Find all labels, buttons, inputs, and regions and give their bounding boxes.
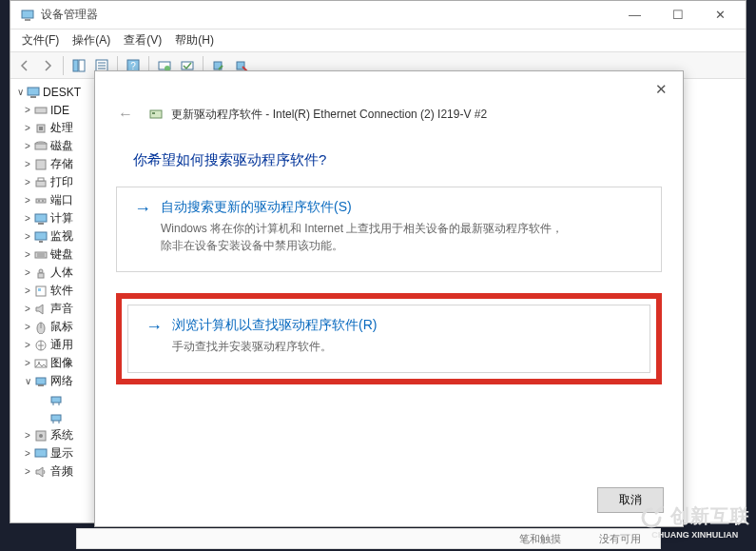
nav-back-button[interactable] bbox=[14, 55, 35, 76]
device-tree[interactable]: DESKT IDE处理磁盘存储打印端口计算监视键盘人体软件声音鼠标通用图像网络系… bbox=[10, 79, 106, 522]
tree-item-label: 磁盘 bbox=[50, 138, 73, 154]
tree-item-label: 监视 bbox=[50, 228, 73, 245]
svg-rect-1 bbox=[25, 19, 30, 21]
tree-item-label: 计算 bbox=[50, 210, 73, 226]
tree-item[interactable]: 计算 bbox=[10, 209, 105, 227]
highlighted-option-frame: → 浏览计算机以查找驱动程序软件(R) 手动查找并安装驱动程序软件。 bbox=[116, 293, 662, 384]
svg-rect-31 bbox=[35, 232, 47, 240]
menu-file[interactable]: 文件(F) bbox=[16, 30, 65, 50]
tree-item-label: 显示 bbox=[50, 445, 73, 462]
tree-item-label: 打印 bbox=[50, 174, 73, 190]
expand-icon[interactable] bbox=[22, 195, 33, 206]
tree-item-label: 音频 bbox=[50, 463, 73, 480]
expand-icon[interactable] bbox=[22, 448, 33, 459]
expand-icon[interactable] bbox=[22, 231, 33, 242]
svg-rect-22 bbox=[35, 144, 47, 149]
network-icon bbox=[33, 374, 48, 389]
disk-icon bbox=[33, 139, 48, 154]
expand-icon[interactable] bbox=[14, 87, 26, 97]
tree-item-label: 软件 bbox=[50, 283, 73, 299]
expand-icon[interactable] bbox=[22, 159, 33, 169]
expand-icon[interactable] bbox=[22, 141, 33, 151]
tree-item-label: 端口 bbox=[50, 192, 73, 208]
menubar: 文件(F) 操作(A) 查看(V) 帮助(H) bbox=[10, 30, 746, 52]
nav-forward-button[interactable] bbox=[37, 55, 58, 76]
options-area: → 自动搜索更新的驱动程序软件(S) Windows 将在你的计算机和 Inte… bbox=[95, 179, 683, 384]
expand-icon[interactable] bbox=[22, 304, 33, 314]
option-texts: 浏览计算机以查找驱动程序软件(R) 手动查找并安装驱动程序软件。 bbox=[172, 317, 632, 355]
svg-rect-50 bbox=[51, 415, 61, 421]
tree-item[interactable]: 音频 bbox=[10, 462, 105, 481]
expand-icon[interactable] bbox=[22, 123, 33, 133]
tree-item[interactable]: 声音 bbox=[10, 300, 105, 318]
tree-item[interactable]: IDE bbox=[10, 101, 105, 119]
expand-icon[interactable] bbox=[22, 466, 33, 477]
tree-item[interactable]: 鼠标 bbox=[10, 318, 105, 336]
tree-item[interactable]: 监视 bbox=[10, 227, 105, 246]
tree-item[interactable]: 磁盘 bbox=[10, 137, 105, 155]
expand-icon[interactable] bbox=[22, 267, 33, 278]
tree-item[interactable]: 键盘 bbox=[10, 246, 105, 264]
expand-icon[interactable] bbox=[22, 249, 33, 260]
svg-rect-24 bbox=[36, 181, 46, 187]
tree-item-label: 存储 bbox=[50, 156, 73, 172]
expand-icon[interactable] bbox=[22, 285, 33, 296]
minimize-button[interactable]: — bbox=[613, 2, 656, 29]
tree-item[interactable]: 系统 bbox=[10, 426, 105, 444]
svg-point-27 bbox=[38, 200, 40, 202]
tree-child-item[interactable] bbox=[10, 390, 105, 408]
expand-icon[interactable] bbox=[22, 340, 33, 350]
sound-icon bbox=[33, 302, 48, 317]
maximize-button[interactable]: ☐ bbox=[656, 2, 699, 29]
tree-child-item[interactable] bbox=[10, 408, 105, 426]
option-texts: 自动搜索更新的驱动程序软件(S) Windows 将在你的计算机和 Intern… bbox=[161, 199, 644, 254]
browse-computer-option[interactable]: → 浏览计算机以查找驱动程序软件(R) 手动查找并安装驱动程序软件。 bbox=[127, 305, 650, 373]
monitor-icon bbox=[33, 229, 48, 245]
tree-root-label: DESKT bbox=[43, 86, 81, 99]
hid-icon bbox=[33, 266, 48, 281]
tree-item[interactable]: 打印 bbox=[10, 173, 105, 191]
svg-rect-55 bbox=[35, 449, 47, 457]
tree-item[interactable]: 网络 bbox=[10, 372, 105, 390]
svg-rect-18 bbox=[35, 108, 47, 113]
display-icon bbox=[33, 446, 48, 462]
computer-icon bbox=[33, 211, 48, 226]
menu-view[interactable]: 查看(V) bbox=[118, 30, 167, 50]
arrow-right-icon: → bbox=[134, 199, 151, 218]
tree-root[interactable]: DESKT bbox=[10, 83, 105, 101]
tree-item[interactable]: 存储 bbox=[10, 155, 105, 173]
close-button[interactable]: ✕ bbox=[699, 2, 742, 29]
tree-item[interactable]: 人体 bbox=[10, 264, 105, 282]
svg-rect-32 bbox=[39, 241, 43, 243]
tree-item-label: 图像 bbox=[50, 355, 73, 371]
svg-rect-47 bbox=[51, 397, 61, 403]
watermark-sub: CHUANG XINHULIAN bbox=[639, 530, 750, 540]
keyboard-icon bbox=[33, 247, 48, 263]
dialog-close-button[interactable]: ✕ bbox=[650, 79, 671, 100]
toolbar-separator bbox=[63, 56, 64, 75]
tree-item[interactable]: 软件 bbox=[10, 282, 105, 300]
expand-icon[interactable] bbox=[22, 322, 33, 332]
menu-help[interactable]: 帮助(H) bbox=[169, 30, 220, 50]
expand-icon[interactable] bbox=[22, 213, 33, 224]
storage-icon bbox=[33, 157, 48, 172]
expand-icon[interactable] bbox=[22, 430, 33, 441]
tree-item[interactable]: 显示 bbox=[10, 444, 105, 462]
tree-item[interactable]: 处理 bbox=[10, 119, 105, 137]
expand-icon[interactable] bbox=[22, 358, 33, 368]
expand-icon[interactable] bbox=[22, 105, 33, 115]
tree-item[interactable]: 通用 bbox=[10, 336, 105, 354]
computer-icon bbox=[26, 85, 41, 100]
tree-item[interactable]: 图像 bbox=[10, 354, 105, 372]
back-arrow-icon[interactable]: ← bbox=[112, 104, 139, 125]
menu-action[interactable]: 操作(A) bbox=[67, 30, 116, 50]
tree-item[interactable]: 端口 bbox=[10, 191, 105, 209]
show-hide-tree-button[interactable] bbox=[68, 55, 89, 76]
software-icon bbox=[33, 284, 48, 299]
expand-icon[interactable] bbox=[22, 376, 33, 386]
auto-search-option[interactable]: → 自动搜索更新的驱动程序软件(S) Windows 将在你的计算机和 Inte… bbox=[116, 187, 662, 272]
audio-icon bbox=[33, 464, 48, 480]
image-icon bbox=[33, 356, 48, 371]
expand-icon[interactable] bbox=[22, 177, 33, 187]
titlebar: 设备管理器 — ☐ ✕ bbox=[10, 1, 746, 30]
